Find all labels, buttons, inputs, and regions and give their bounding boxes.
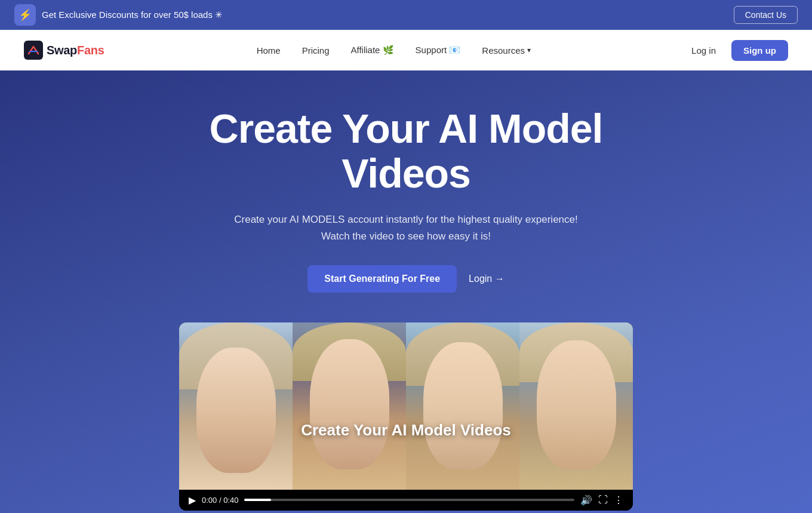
hero-subtitle2: Watch the video to see how easy it is!: [321, 231, 491, 242]
progress-bar[interactable]: [244, 499, 574, 501]
nav-resources[interactable]: Resources ▾: [473, 41, 539, 60]
hero-subtitle1: Create your AI MODELS account instantly …: [234, 214, 577, 226]
nav-home[interactable]: Home: [248, 41, 289, 60]
start-generating-button[interactable]: Start Generating For Free: [307, 265, 457, 293]
nav-pricing[interactable]: Pricing: [294, 41, 338, 60]
hero-section: Create Your AI ModelVideos Create your A…: [0, 70, 812, 513]
banner-left: ⚡ Get Exclusive Discounts for over 50$ l…: [14, 4, 223, 26]
contact-us-button[interactable]: Contact Us: [734, 6, 798, 24]
video-thumbnail: Create Your AI Model Videos: [179, 322, 633, 490]
nav-links: Home Pricing Affiliate 🌿 Support 📧 Resou…: [248, 40, 539, 60]
video-panel-3: [406, 322, 519, 490]
video-controls: ▶ 0:00 / 0:40 🔊 ⛶ ⋮: [179, 490, 633, 511]
navbar: SwapFans Home Pricing Affiliate 🌿 Suppor…: [0, 30, 812, 70]
video-overlay-text: Create Your AI Model Videos: [179, 421, 633, 440]
video-controls-right: 🔊 ⛶ ⋮: [580, 494, 623, 506]
lightning-icon: ⚡: [14, 4, 36, 26]
hero-title: Create Your AI ModelVideos: [210, 106, 603, 196]
signup-button[interactable]: Sign up: [731, 40, 788, 61]
hero-buttons: Start Generating For Free Login →: [307, 265, 504, 293]
hero-login-button[interactable]: Login →: [469, 274, 505, 284]
progress-bar-fill: [244, 499, 270, 501]
video-panel-1: [179, 322, 293, 490]
nav-right: Log in Sign up: [683, 40, 788, 61]
nav-support[interactable]: Support 📧: [407, 40, 469, 60]
logo-icon: [24, 41, 43, 60]
chevron-down-icon: ▾: [527, 46, 531, 54]
video-panel-2: [293, 322, 406, 490]
fullscreen-icon[interactable]: ⛶: [598, 494, 608, 505]
login-button[interactable]: Log in: [683, 41, 724, 60]
top-banner: ⚡ Get Exclusive Discounts for over 50$ l…: [0, 0, 812, 30]
svg-rect-0: [24, 41, 43, 60]
nav-affiliate[interactable]: Affiliate 🌿: [343, 40, 402, 60]
mute-icon[interactable]: 🔊: [580, 494, 592, 506]
video-panel-4: [519, 322, 633, 490]
video-player[interactable]: Create Your AI Model Videos ▶ 0:00 / 0:4…: [179, 322, 633, 511]
banner-text: Get Exclusive Discounts for over 50$ loa…: [42, 10, 223, 20]
logo[interactable]: SwapFans: [24, 41, 104, 60]
more-options-icon[interactable]: ⋮: [614, 494, 623, 506]
logo-text: SwapFans: [47, 44, 104, 57]
time-display: 0:00 / 0:40: [202, 496, 238, 505]
play-button[interactable]: ▶: [189, 494, 196, 506]
